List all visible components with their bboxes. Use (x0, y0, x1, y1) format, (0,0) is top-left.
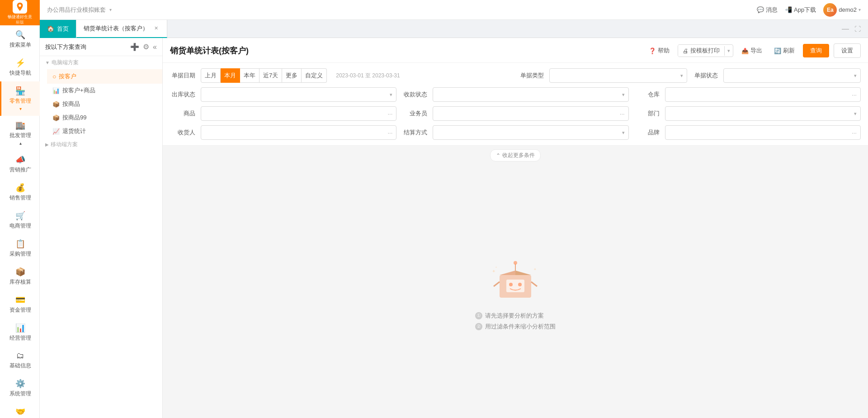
inventory-icon: 📦 (15, 267, 25, 277)
home-icon: 🏠 (47, 25, 54, 32)
tree-sub-by-goods-99[interactable]: 📦 按商品99 (47, 111, 162, 124)
warehouse-label: 仓库 (634, 90, 660, 99)
svg-text:✦: ✦ (533, 267, 537, 271)
tree-group-pc[interactable]: ▼ 电脑端方案 (40, 56, 162, 69)
receiver-field[interactable]: ··· (201, 125, 396, 140)
filter-row-4: 收货人 ··· 结算方式 ▾ 品牌 ··· (170, 125, 861, 140)
tree-sub-return-stat[interactable]: 📈 退货统计 (47, 124, 162, 138)
sidebar-item-marketing[interactable]: 📣 营销推广 (0, 150, 40, 178)
date-tab-this-year[interactable]: 本年 (240, 68, 259, 83)
sidebar-item-ops[interactable]: 📊 经营管理 (0, 318, 40, 347)
sidebar-item-quicknav-label: 快捷导航 (9, 69, 31, 77)
industry-chevron[interactable]: ▾ (109, 7, 112, 12)
sidebar-item-marketing-label: 营销推广 (9, 166, 31, 174)
content-area: 按以下方案查询 ➕ ⚙ « ▼ 电脑端方案 ○ 按客户 📊 按客 (40, 38, 868, 418)
doc-type-label: 单据类型 (519, 71, 544, 80)
system-icon: ⚙️ (15, 379, 25, 389)
sidebar-item-system[interactable]: ⚙️ 系统管理 (0, 374, 40, 402)
brand-more[interactable]: ··· (852, 129, 857, 136)
out-status-field[interactable]: ▾ (201, 87, 396, 102)
tab-home[interactable]: 🏠 首页 (40, 20, 76, 38)
date-tab-last-month[interactable]: 上月 (201, 68, 221, 83)
left-panel: 按以下方案查询 ➕ ⚙ « ▼ 电脑端方案 ○ 按客户 📊 按客 (40, 38, 163, 418)
app-download-btn[interactable]: 📲 App下载 (785, 6, 816, 14)
print-btn[interactable]: 🖨 按模板打印 (678, 45, 724, 57)
date-tab-7days-label: 近7天 (263, 71, 278, 80)
collapse-btn[interactable]: ⌃ 收起更多条件 (490, 149, 541, 162)
warehouse-field[interactable]: ··· (665, 87, 861, 102)
brand-field[interactable]: ··· (665, 125, 861, 140)
tab-bar: 🏠 首页 销货单统计表（按客户） ✕ — ⛶ (40, 20, 868, 38)
query-button[interactable]: 查询 (803, 44, 829, 57)
sidebar-item-quicknav[interactable]: ⚡ 快捷导航 (0, 53, 40, 81)
date-tab-7days[interactable]: 近7天 (259, 68, 282, 83)
sidebar-item-ecom[interactable]: 🛒 电商管理 (0, 206, 40, 234)
sidebar-item-search[interactable]: 🔍 搜索菜单 (0, 25, 40, 53)
sidebar-item-wholesale[interactable]: 🏬 批发管理 ▴ (0, 116, 40, 150)
tree-item-by-customer[interactable]: ○ 按客户 (47, 69, 162, 84)
sidebar-item-inventory[interactable]: 📦 库存核算 (0, 262, 40, 290)
tab-minimize-btn[interactable]: — (840, 23, 851, 35)
goods-more[interactable]: ··· (387, 110, 392, 117)
receiver-label: 收货人 (170, 128, 195, 137)
tree-group-mobile[interactable]: ▶ 移动端方案 (40, 138, 162, 151)
filter-row-3: 商品 ··· 业务员 ··· 部门 ▾ (170, 106, 861, 121)
tab-sales-stat[interactable]: 销货单统计表（按客户） ✕ (76, 20, 167, 38)
settings-scheme-btn[interactable]: ⚙ (143, 43, 149, 51)
tree-sub-by-customer-goods[interactable]: 📊 按客户+商品 (47, 84, 162, 97)
doc-status-field[interactable]: ▾ (723, 68, 861, 83)
message-btn[interactable]: 💬 消息 (757, 6, 778, 14)
date-tab-this-month[interactable]: 本月 (221, 68, 240, 83)
tree-sub-return-stat-label: 退货统计 (62, 127, 86, 135)
settle-field[interactable]: ▾ (433, 125, 628, 140)
user-menu[interactable]: Ea demo2 ▾ (823, 3, 861, 17)
tree-pc-children: ○ 按客户 📊 按客户+商品 📦 按商品 📦 按商品99 📈 退货统 (40, 69, 162, 138)
svg-text:✦: ✦ (492, 269, 495, 274)
wholesale-expand-icon: ▴ (19, 141, 22, 146)
filter-row-2: 出库状态 ▾ 收款状态 ▾ 仓库 ··· (170, 87, 861, 102)
goods-label: 商品 (170, 109, 195, 118)
base-icon: 🗂 (16, 351, 24, 361)
sidebar-item-wholesale-label: 批发管理 (9, 132, 31, 139)
staff-field[interactable]: ··· (433, 106, 628, 121)
empty-illustration: ✦ ✦ ✦ (488, 250, 542, 304)
sidebar-item-purchase[interactable]: 📋 采购管理 (0, 234, 40, 262)
sidebar-item-ops-label: 经营管理 (9, 334, 31, 342)
export-label: 导出 (750, 47, 762, 55)
sidebar-item-retail[interactable]: 🏪 零售管理 ▾ (0, 81, 40, 116)
warehouse-more[interactable]: ··· (852, 91, 857, 98)
help-btn[interactable]: ❓ 帮助 (645, 45, 673, 57)
wholesale-icon: 🏬 (15, 120, 25, 130)
collapse-panel-btn[interactable]: « (153, 43, 157, 51)
sidebar-item-base[interactable]: 🗂 基础信息 (0, 347, 40, 374)
sidebar-item-finance[interactable]: 💳 资金管理 (0, 290, 40, 318)
svg-point-0 (19, 5, 21, 7)
sidebar-item-enterprise[interactable]: 🤝 企业协同 (0, 402, 40, 418)
header-right: 💬 消息 📲 App下载 Ea demo2 ▾ (757, 3, 861, 17)
message-icon: 💬 (757, 6, 764, 13)
tab-maximize-btn[interactable]: ⛶ (853, 24, 863, 34)
date-tab-custom[interactable]: 自定义 (302, 68, 327, 83)
tree-sub-by-goods-99-label: 按商品99 (62, 114, 86, 122)
doc-type-field[interactable]: ▾ (549, 68, 687, 83)
date-tab-more[interactable]: 更多 (282, 68, 302, 83)
export-btn[interactable]: 📤 导出 (738, 45, 766, 57)
sidebar-item-sales[interactable]: 💰 销售管理 (0, 178, 40, 206)
app-logo: 畅捷通好生意 标版 (0, 0, 40, 25)
receipt-status-field[interactable]: ▾ (433, 87, 628, 102)
tree-sub-by-goods[interactable]: 📦 按商品 (47, 97, 162, 111)
settings-button[interactable]: 设置 (834, 43, 861, 58)
receiver-more[interactable]: ··· (387, 129, 392, 136)
sidebar-item-retail-label: 零售管理 (9, 97, 31, 105)
refresh-btn[interactable]: 🔄 刷新 (770, 45, 798, 57)
tab-close-btn[interactable]: ✕ (153, 25, 160, 32)
date-tab-last-month-label: 上月 (205, 71, 217, 80)
goods-field[interactable]: ··· (201, 106, 396, 121)
add-scheme-btn[interactable]: ➕ (130, 43, 139, 51)
filter-row-1: 单据日期 上月 本月 本年 近7天 (170, 68, 861, 83)
print-dropdown-arrow[interactable]: ▾ (724, 46, 733, 56)
staff-more[interactable]: ··· (620, 110, 625, 117)
ops-icon: 📊 (15, 323, 25, 333)
download-icon: 📲 (785, 6, 792, 13)
dept-field[interactable]: ▾ (665, 106, 861, 121)
